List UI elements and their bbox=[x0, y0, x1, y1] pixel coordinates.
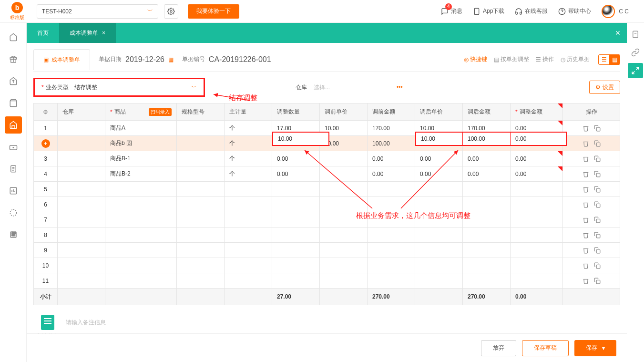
grid-view-icon[interactable]: ▦ bbox=[609, 55, 620, 64]
delete-icon[interactable] bbox=[582, 155, 590, 163]
table-row[interactable]: 7 bbox=[34, 212, 620, 228]
user-menu[interactable]: C C bbox=[602, 5, 629, 18]
view-toggle[interactable]: ☰ ▦ bbox=[598, 54, 620, 65]
col-pre-amt[interactable]: 调前金额 bbox=[368, 103, 415, 120]
nav-new-icon[interactable]: 新 bbox=[5, 226, 22, 243]
delete-icon[interactable] bbox=[582, 216, 590, 224]
org-name: TEST-H002 bbox=[42, 8, 72, 15]
gear-icon: ⚙ bbox=[43, 109, 48, 115]
more-button[interactable]: ••• bbox=[397, 84, 403, 91]
nav-upload-icon[interactable] bbox=[5, 72, 22, 90]
by-bill-link[interactable]: ▤按单据调整 bbox=[494, 55, 529, 63]
col-post-amt[interactable]: 调后金额 bbox=[463, 103, 511, 120]
copy-icon[interactable] bbox=[593, 247, 601, 254]
warehouse-select[interactable]: 仓库 选择... bbox=[296, 83, 330, 92]
copy-icon[interactable] bbox=[593, 186, 601, 193]
copy-icon[interactable] bbox=[593, 231, 601, 239]
help-button[interactable]: 帮助中心 bbox=[558, 7, 591, 15]
col-unit[interactable]: 主计量 bbox=[225, 103, 272, 120]
app-download-button[interactable]: App下载 bbox=[473, 7, 504, 15]
table-row[interactable]: 8 bbox=[34, 228, 620, 243]
msg-badge: 4 bbox=[445, 3, 452, 10]
delete-icon[interactable] bbox=[582, 277, 590, 285]
help-icon bbox=[558, 8, 566, 15]
save-draft-button[interactable]: 保存草稿 bbox=[522, 340, 569, 356]
list-view-icon[interactable]: ☰ bbox=[599, 55, 609, 64]
nav-clipboard-icon[interactable] bbox=[5, 160, 22, 177]
tab-cost-adjust[interactable]: 成本调整单× bbox=[59, 23, 116, 43]
copy-icon[interactable] bbox=[593, 124, 601, 132]
nav-report-icon[interactable] bbox=[5, 182, 22, 199]
svg-rect-27 bbox=[596, 219, 600, 223]
remark-input[interactable]: 请输入备注信息 bbox=[62, 315, 620, 334]
copy-icon[interactable] bbox=[593, 170, 601, 178]
table-row[interactable]: 10 bbox=[34, 258, 620, 273]
post-amt-input[interactable]: 100.00 bbox=[463, 132, 511, 146]
expand-icon[interactable] bbox=[628, 63, 643, 78]
logo[interactable]: b 标准版 bbox=[5, 2, 30, 21]
left-rail: 新 bbox=[0, 23, 27, 362]
discard-button[interactable]: 放弃 bbox=[481, 340, 516, 356]
annotation-arrow bbox=[396, 146, 463, 213]
hotkey-link[interactable]: ◎快捷键 bbox=[464, 55, 487, 63]
scan-button[interactable]: 扫码录入 bbox=[149, 108, 172, 116]
save-button[interactable]: 保存▾ bbox=[574, 340, 616, 356]
adj-amt-input[interactable]: 0.00 bbox=[511, 132, 567, 146]
col-pre-price[interactable]: 调前单价 bbox=[320, 103, 368, 120]
messages-button[interactable]: 4 消息 bbox=[441, 7, 462, 15]
ops-link[interactable]: ☰操作 bbox=[536, 55, 554, 63]
nav-warehouse-icon[interactable] bbox=[5, 116, 22, 134]
delete-icon[interactable] bbox=[582, 262, 590, 269]
col-spec[interactable]: 规格型号 bbox=[177, 103, 225, 120]
delete-icon[interactable] bbox=[582, 140, 590, 147]
try-button[interactable]: 我要体验一下 bbox=[188, 4, 239, 19]
biz-type-select[interactable]: * 业务类型 结存调整 ﹀ bbox=[33, 78, 205, 97]
delete-icon[interactable] bbox=[582, 124, 590, 132]
col-gear[interactable]: ⚙ bbox=[34, 103, 58, 120]
nav-loading-icon[interactable] bbox=[5, 204, 22, 221]
copy-icon[interactable] bbox=[593, 216, 601, 224]
nav-money-icon[interactable] bbox=[5, 138, 22, 155]
settings-button[interactable]: ⚙设置 bbox=[589, 81, 620, 94]
delete-icon[interactable] bbox=[582, 247, 590, 254]
delete-icon[interactable] bbox=[582, 170, 590, 178]
copy-icon[interactable] bbox=[593, 201, 601, 208]
tabs-close-all[interactable]: × bbox=[609, 23, 627, 43]
link-icon[interactable] bbox=[628, 45, 643, 60]
note-icon[interactable] bbox=[628, 27, 643, 42]
doc-tab[interactable]: ▣ 成本调整单 bbox=[33, 49, 90, 70]
nav-home-icon[interactable] bbox=[5, 29, 22, 46]
history-link[interactable]: ◷历史单据 bbox=[561, 55, 590, 63]
table-row[interactable]: 9 bbox=[34, 243, 620, 258]
org-settings-button[interactable] bbox=[164, 4, 178, 19]
qty-input[interactable]: 10.00 bbox=[272, 132, 329, 146]
footer: 放弃 保存草稿 保存▾ bbox=[27, 333, 627, 362]
avatar bbox=[602, 5, 615, 18]
svg-line-33 bbox=[401, 150, 458, 208]
service-button[interactable]: 在线客服 bbox=[515, 7, 548, 15]
col-product[interactable]: *商品扫码录入 bbox=[105, 103, 177, 120]
nav-gift-icon[interactable] bbox=[5, 51, 22, 68]
col-adj-amt[interactable]: *调整金额 bbox=[511, 103, 563, 120]
copy-icon[interactable] bbox=[593, 277, 601, 285]
tab-home[interactable]: 首页 bbox=[27, 23, 59, 43]
copy-icon[interactable] bbox=[593, 155, 601, 163]
close-icon[interactable]: × bbox=[102, 30, 105, 36]
col-qty[interactable]: 调整数量 bbox=[272, 103, 320, 120]
table-row[interactable]: 11 bbox=[34, 273, 620, 289]
delete-icon[interactable] bbox=[582, 231, 590, 239]
annotation-1: 结存调整 bbox=[229, 93, 257, 103]
post-price-input[interactable]: 10.00 bbox=[415, 132, 463, 146]
filter-row: * 业务类型 结存调整 ﹀ 结存调整 仓库 选择... ••• ⚙设置 bbox=[33, 76, 620, 98]
copy-icon[interactable] bbox=[593, 140, 601, 147]
delete-icon[interactable] bbox=[582, 201, 590, 208]
copy-icon[interactable] bbox=[593, 262, 601, 269]
doc-date[interactable]: 单据日期 2019-12-26 ▦ bbox=[99, 55, 174, 64]
svg-rect-26 bbox=[596, 204, 600, 207]
calendar-icon[interactable]: ▦ bbox=[168, 56, 174, 63]
org-select[interactable]: TEST-H002 ﹀ bbox=[37, 4, 158, 19]
nav-bag-icon[interactable] bbox=[5, 94, 22, 112]
col-warehouse[interactable]: 仓库 bbox=[58, 103, 105, 120]
col-post-price[interactable]: 调后单价 bbox=[415, 103, 463, 120]
delete-icon[interactable] bbox=[582, 186, 590, 193]
